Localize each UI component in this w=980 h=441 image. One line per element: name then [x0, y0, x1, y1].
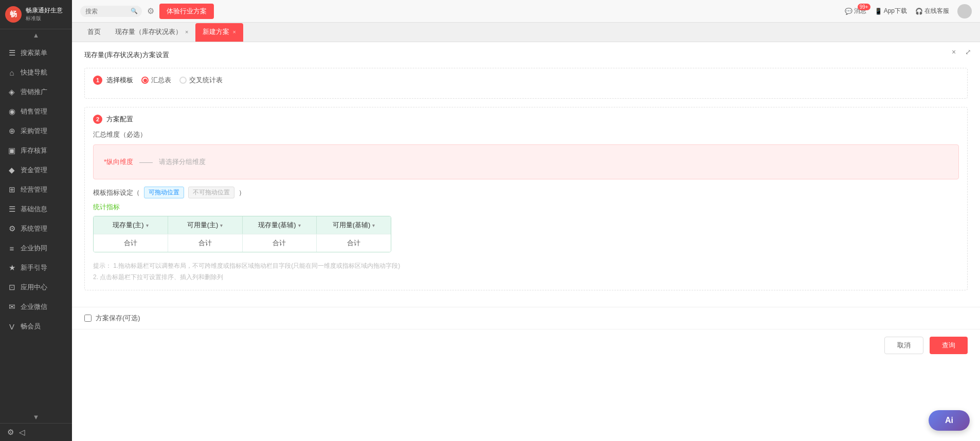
sidebar-item-system[interactable]: ⚙ 系统管理 [0, 219, 72, 238]
sidebar-item-inventory[interactable]: ▣ 库存核算 [0, 141, 72, 160]
topbar: 🔍 ⚙ 体验行业方案 💬 消息 99+ 📱 App下载 🎧 在线客服 [72, 0, 980, 23]
app-icon: 📱 [875, 8, 882, 15]
marketing-icon: ◈ [7, 87, 16, 97]
app-logo: 畅 畅康通好生意 标准版 [0, 0, 72, 29]
col-chevron-3: ▾ [372, 223, 375, 228]
sidebar-item-label: 系统管理 [21, 224, 47, 233]
tab-inventory-close[interactable]: × [185, 29, 188, 35]
radio-summary-circle [141, 77, 149, 84]
step1-section: 1 选择模板 汇总表 交叉统计表 [84, 68, 968, 99]
col-header-0[interactable]: 现存量(主) ▾ [94, 216, 168, 234]
message-badge: 99+ [858, 4, 870, 10]
newuser-icon: ★ [7, 263, 16, 272]
sidebar-item-cooperation[interactable]: ≡ 企业协同 [0, 238, 72, 258]
stats-header-row: 现存量(主) ▾ 可用量(主) ▾ 现存量(基辅) ▾ 可用量(基辅) [94, 216, 391, 234]
sidebar-item-label: 资金管理 [21, 166, 47, 175]
save-checkbox[interactable] [84, 315, 92, 322]
vertical-dim-label: *纵向维度 [104, 157, 133, 167]
sidebar-item-label: 基础信息 [21, 205, 47, 214]
col-label-1: 可用量(主) [187, 220, 219, 230]
template-label-text: 模板指标设定（ [93, 188, 140, 197]
content-inner: 现存量(库存状况表)方案设置 1 选择模板 汇总表 [72, 42, 980, 307]
sidebar-item-quicknav[interactable]: ⌂ 快捷导航 [0, 63, 72, 82]
scroll-up[interactable]: ▲ [0, 29, 72, 41]
sidebar-item-label: 企业微信 [21, 302, 47, 311]
tab-new-scheme[interactable]: 新建方案 × [195, 23, 243, 42]
col-data-3: 合计 [317, 234, 391, 252]
sidebar-item-label: 新手引导 [21, 263, 47, 272]
wechat-icon: ✉ [7, 302, 16, 311]
step1-header: 1 选择模板 汇总表 交叉统计表 [93, 76, 959, 85]
content-expand-button[interactable]: ⤢ [963, 46, 974, 58]
tab-new-scheme-close[interactable]: × [232, 29, 235, 35]
sidebar-item-label: 企业协同 [21, 244, 47, 253]
content-area: × ⤢ 现存量(库存状况表)方案设置 1 选择模板 汇总表 [72, 42, 980, 441]
management-icon: ⊞ [7, 185, 16, 194]
sidebar-item-newuser[interactable]: ★ 新手引导 [0, 258, 72, 278]
col-header-2[interactable]: 现存量(基辅) ▾ [243, 216, 317, 234]
stats-table: 现存量(主) ▾ 可用量(主) ▾ 现存量(基辅) ▾ 可用量(基辅) [93, 216, 391, 252]
sidebar-item-label: 采购管理 [21, 126, 47, 136]
query-button[interactable]: 查询 [930, 337, 968, 354]
service-icon: 🎧 [915, 8, 923, 15]
settings-icon[interactable]: ⚙ [7, 428, 14, 437]
sidebar-item-management[interactable]: ⊞ 经营管理 [0, 180, 72, 199]
sidebar-item-wechat[interactable]: ✉ 企业微信 [0, 297, 72, 317]
sidebar-bottom: ⚙ ◁ [0, 423, 72, 441]
sidebar-item-finance[interactable]: ◆ 资金管理 [0, 160, 72, 180]
topbar-left: 🔍 ⚙ 体验行业方案 [80, 4, 214, 19]
sidebar-item-label: 应用中心 [21, 283, 47, 292]
step2-header: 2 方案配置 [93, 115, 959, 124]
tab-inventory[interactable]: 现存量（库存状况表） × [108, 23, 195, 42]
search-icon: 🔍 [131, 8, 138, 14]
step2-title: 方案配置 [106, 115, 133, 124]
col-chevron-0: ▾ [146, 223, 149, 228]
user-avatar[interactable] [957, 4, 972, 19]
sidebar-item-membership[interactable]: V 畅会员 [0, 317, 72, 336]
col-label-0: 现存量(主) [113, 220, 144, 230]
radio-cross-label: 交叉统计表 [189, 76, 223, 85]
scroll-down[interactable]: ▼ [0, 411, 72, 423]
volume-icon[interactable]: ◁ [19, 428, 25, 437]
sidebar-item-sales[interactable]: ◉ 销售管理 [0, 102, 72, 121]
save-section: 方案保存(可选) [72, 307, 980, 329]
footer-buttons: 取消 查询 [72, 329, 980, 361]
tip-1: 提示： 1.拖动标题栏可以调整布局，不可跨维度或指标区域拖动栏目字段(只能在同一… [93, 261, 959, 272]
sidebar-item-label: 经营管理 [21, 185, 47, 194]
topbar-right: 💬 消息 99+ 📱 App下载 🎧 在线客服 [845, 4, 972, 19]
sidebar-item-appcenter[interactable]: ⊡ 应用中心 [0, 278, 72, 297]
settings-gear-icon[interactable]: ⚙ [147, 6, 154, 16]
tab-home-label: 首页 [87, 27, 101, 36]
service-label: 在线客服 [924, 7, 949, 15]
radio-summary-inner [143, 79, 147, 82]
membership-icon: V [7, 322, 16, 331]
trial-industry-button[interactable]: 体验行业方案 [159, 4, 214, 19]
tab-home[interactable]: 首页 [80, 23, 108, 42]
appcenter-icon: ⊡ [7, 283, 16, 292]
logo-icon: 畅 [5, 6, 22, 23]
sidebar-item-search[interactable]: ☰ 搜索菜单 [0, 43, 72, 63]
coop-icon: ≡ [7, 244, 16, 253]
search-menu-icon: ☰ [7, 48, 16, 58]
col-chevron-1: ▾ [220, 223, 223, 228]
sidebar-item-marketing[interactable]: ◈ 营销推广 [0, 82, 72, 102]
sidebar-item-basic-info[interactable]: ☰ 基础信息 [0, 199, 72, 219]
message-button[interactable]: 💬 消息 99+ [845, 7, 866, 15]
online-service-button[interactable]: 🎧 在线客服 [915, 7, 949, 15]
col-data-2: 合计 [243, 234, 317, 252]
app-download-button[interactable]: 📱 App下载 [875, 7, 907, 15]
ai-float-button[interactable]: Ai [929, 410, 970, 431]
radio-cross-table[interactable]: 交叉统计表 [179, 76, 223, 85]
tips-area: 提示： 1.拖动标题栏可以调整布局，不可跨维度或指标区域拖动栏目字段(只能在同一… [93, 261, 959, 283]
col-header-1[interactable]: 可用量(主) ▾ [168, 216, 243, 234]
dimension-area[interactable]: *纵向维度 —— 请选择分组维度 [93, 144, 959, 179]
radio-summary-table[interactable]: 汇总表 [141, 76, 171, 85]
cancel-button[interactable]: 取消 [884, 337, 923, 354]
content-close-button[interactable]: × [948, 46, 959, 58]
sales-icon: ◉ [7, 107, 16, 116]
col-header-3[interactable]: 可用量(基辅) ▾ [317, 216, 391, 234]
sidebar-item-label: 销售管理 [21, 107, 47, 116]
sidebar-item-purchase[interactable]: ⊕ 采购管理 [0, 121, 72, 141]
step1-title: 选择模板 [106, 76, 133, 85]
message-icon: 💬 [845, 8, 852, 15]
